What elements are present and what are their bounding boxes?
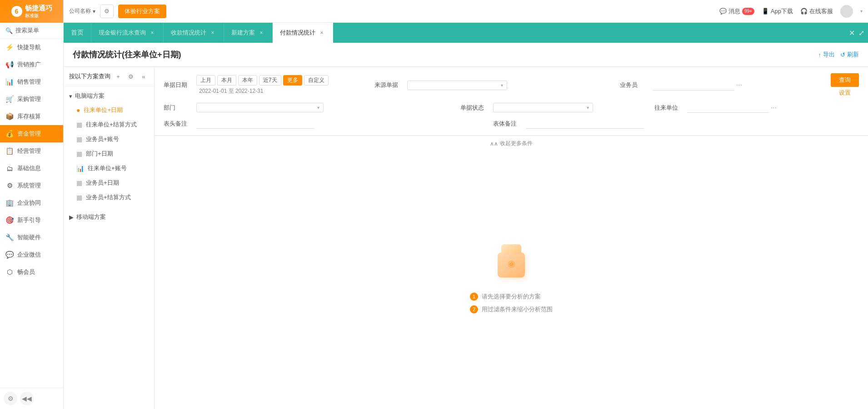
message-btn[interactable]: 💬 消息 99+ [719,7,754,15]
sidebar-item-quick-nav[interactable]: ⚡ 快捷导航 [0,39,63,56]
wechat-icon: 💬 [5,251,14,259]
trial-btn[interactable]: 体验行业方案 [118,5,166,18]
sidebar-item-purchase[interactable]: 🛒 采购管理 [0,91,63,108]
download-icon: 📱 [762,8,769,15]
empty-box-graphic [498,252,525,278]
message-badge: 99+ [742,8,754,15]
filter-settings-link[interactable]: 设置 [839,89,851,97]
collapse-label: 收起更多条件 [500,140,533,147]
scheme-item-salesman-date[interactable]: ▦ 业务员+日期 [64,176,154,190]
scheme-item-partner-date[interactable]: ● 往来单位+日期 [64,103,154,117]
body-note-input[interactable] [526,118,644,129]
app-download-btn[interactable]: 📱 App下载 [762,7,793,15]
mobile-scheme-group: ▶ 移动端方案 [64,207,154,227]
sidebar-item-operation[interactable]: 📋 经营管理 [0,142,63,160]
expand-tabs-btn[interactable]: ⤢ [858,29,864,37]
hint-text-2: 用过滤条件来缩小分析范围 [482,305,553,313]
mobile-group-header[interactable]: ▶ 移动端方案 [64,210,154,224]
doc-status-select[interactable]: ▾ [493,103,593,112]
date-btn-this-month[interactable]: 本月 [217,75,236,86]
tab-bank-flow[interactable]: 现金银行流水查询 × [91,23,164,43]
desktop-group-header[interactable]: ▾ 电脑端方案 [64,89,154,103]
sidebar-item-wechat[interactable]: 💬 企业微信 [0,246,63,263]
partner-more-btn[interactable]: ··· [769,104,778,112]
collapse-sidebar-btn[interactable]: ◀◀ [20,392,34,405]
scheme-item-partner-settlement[interactable]: ▦ 往来单位+结算方式 [64,117,154,132]
online-service-btn[interactable]: 🎧 在线客服 [800,7,833,15]
sidebar-item-basic[interactable]: 🗂 基础信息 [0,160,63,177]
tab-receipt-stat-close[interactable]: × [209,29,216,36]
user-avatar[interactable] [840,5,853,18]
empty-hints: 1 请先选择要分析的方案 2 用过滤条件来缩小分析范围 [470,293,553,313]
sidebar-item-system[interactable]: ⚙ 系统管理 [0,177,63,194]
query-btn[interactable]: 查询 [831,73,859,87]
scheme-settings-btn[interactable]: ⚙ [126,71,136,81]
tab-new-plan-label: 新建方案 [231,29,255,37]
tab-bank-flow-close[interactable]: × [149,29,156,36]
tab-home[interactable]: 首页 [64,23,91,43]
header-note-input[interactable] [196,118,314,129]
sidebar-item-guide[interactable]: 🎯 新手引导 [0,212,63,229]
app-version: 标准版 [25,13,52,19]
settings-footer-btn[interactable]: ⚙ [4,392,17,405]
collapse-panel-btn[interactable]: « [139,71,149,81]
date-btn-more[interactable]: 更多 [283,75,302,86]
partner-label: 往来单位 [654,104,680,112]
nav-label: 销售管理 [17,78,41,86]
salesman-more-btn[interactable]: ··· [734,81,744,89]
partner-field: ··· [687,102,815,113]
service-icon: 🎧 [800,8,808,15]
sidebar-item-hardware[interactable]: 🔧 智能硬件 [0,229,63,246]
export-btn[interactable]: ↑ 导出 [818,50,835,59]
salesman-field: ··· [653,80,823,91]
scheme-item-partner-account[interactable]: 📊 往来单位+账号 [64,161,154,176]
partner-input[interactable] [687,102,769,113]
date-btn-custom[interactable]: 自定义 [304,75,329,86]
search-icon: 🔍 [5,27,13,34]
tab-payment-stat-close[interactable]: × [318,29,325,36]
sidebar-item-finance[interactable]: 💰 资金管理 [0,125,63,142]
scheme-label: 往来单位+账号 [88,164,127,172]
left-panel-actions: + ⚙ « [113,71,149,81]
doc-status-label: 单据状态 [460,104,486,112]
source-field: ▾ [407,81,613,90]
scheme-item-salesman-account[interactable]: ▦ 业务员+账号 [64,132,154,146]
tab-receipt-stat[interactable]: 收款情况统计 × [164,23,224,43]
add-scheme-btn[interactable]: + [113,71,123,81]
expand-icon: ▾ [69,93,72,100]
topbar-settings-btn[interactable]: ⚙ [100,5,114,18]
date-btn-last-7days[interactable]: 近7天 [259,75,281,86]
refresh-label: 刷新 [847,50,859,59]
date-btn-this-year[interactable]: 本年 [238,75,257,86]
scheme-item-dept-date[interactable]: ▦ 部门+日期 [64,146,154,161]
body-area: 按以下方案查询 + ⚙ « ▾ 电脑端方案 ● 往来单位+日期 [64,67,868,409]
source-select[interactable]: ▾ [407,81,507,90]
date-btn-last-month[interactable]: 上月 [196,75,215,86]
scheme-icon: ▦ [76,179,82,187]
scheme-item-salesman-settlement[interactable]: ▦ 业务员+结算方式 [64,190,154,205]
sidebar-item-enterprise[interactable]: 🏢 企业协同 [0,194,63,212]
tab-new-plan[interactable]: 新建方案 × [224,23,273,43]
dept-field: ▾ [196,103,453,112]
hint-num-2: 2 [470,305,478,313]
refresh-btn[interactable]: ↺ 刷新 [840,50,859,59]
system-icon: ⚙ [5,182,14,190]
nav-label: 企业协同 [17,199,41,207]
sales-icon: 📊 [5,78,14,86]
sidebar-item-member[interactable]: ⬡ 畅会员 [0,263,63,281]
sidebar-item-sales[interactable]: 📊 销售管理 [0,73,63,91]
tab-home-label: 首页 [71,29,84,37]
sidebar-item-inventory[interactable]: 📦 库存核算 [0,108,63,125]
dept-select[interactable]: ▾ [196,103,324,112]
scheme-label: 业务员+账号 [86,135,119,143]
tab-payment-stat[interactable]: 付款情况统计 × [273,23,333,43]
nav-label: 采购管理 [17,95,41,103]
collapse-more-btn[interactable]: ∧∧ 收起更多条件 [490,140,533,147]
user-dropdown-arrow[interactable]: ▾ [860,9,863,14]
tab-new-plan-close[interactable]: × [258,29,265,36]
search-menu[interactable]: 🔍 搜索菜单 [0,23,63,39]
close-all-tabs-btn[interactable]: ✕ [849,29,855,37]
sidebar-item-marketing[interactable]: 📢 营销推广 [0,56,63,73]
topbar-right: 💬 消息 99+ 📱 App下载 🎧 在线客服 ▾ [719,5,863,18]
salesman-input[interactable] [653,80,734,91]
